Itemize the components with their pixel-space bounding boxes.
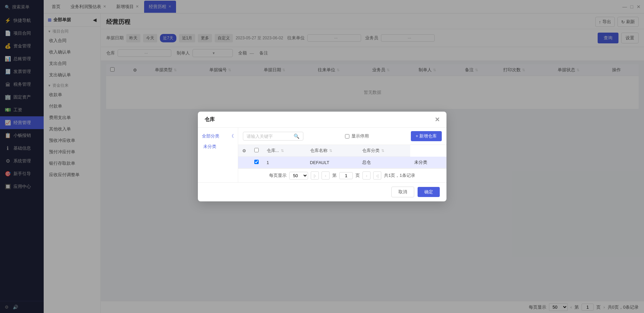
dialog-select-all[interactable] — [254, 148, 259, 152]
dialog-page-input[interactable] — [339, 172, 353, 179]
dialog-toolbar: 🔍 显示停用 + 新增仓库 — [238, 128, 446, 145]
dialog-left-header[interactable]: 全部分类 《 — [198, 131, 238, 141]
dialog-th-name[interactable]: 仓库名称 ⇅ — [306, 145, 358, 157]
dialog-table-row[interactable]: 1 DEFAULT 总仓 未分类 — [238, 157, 446, 168]
dialog-header: 仓库 ✕ — [198, 112, 446, 128]
dialog-search-wrap: 🔍 — [243, 132, 303, 141]
dialog-page-last[interactable]: ›| — [373, 171, 381, 180]
dialog-row-settings — [238, 157, 250, 168]
dialog-sort-icon: ⇅ — [329, 149, 332, 153]
dialog-th-checkbox[interactable] — [250, 145, 263, 157]
warehouse-dialog: 仓库 ✕ 全部分类 《 未分类 🔍 — [198, 112, 446, 201]
dialog-row-name: 总仓 — [358, 157, 410, 168]
dialog-footer: 取消 确定 — [198, 182, 446, 201]
dialog-th-settings[interactable]: ⚙ — [238, 145, 250, 157]
dialog-th-name-label: 仓库名称 — [310, 148, 328, 153]
dialog-cat-item-uncategorized[interactable]: 未分类 — [198, 141, 238, 152]
dialog-sort-icon: ⇅ — [381, 149, 384, 153]
dialog-row-id: 1 — [263, 157, 306, 168]
dialog-th-category[interactable]: 仓库分类 ⇅ — [358, 145, 410, 157]
dialog-title: 仓库 — [205, 116, 215, 123]
add-warehouse-button[interactable]: + 新增仓库 — [411, 131, 441, 141]
dialog-th-code-label: 仓库... — [267, 148, 279, 153]
show-disabled-wrap: 显示停用 — [345, 133, 369, 139]
dialog-search-icon: 🔍 — [294, 133, 299, 139]
dialog-left-collapse-icon[interactable]: 《 — [229, 133, 234, 139]
dialog-close-icon[interactable]: ✕ — [435, 117, 440, 123]
dialog-page-next[interactable]: › — [362, 171, 371, 180]
dialog-page-first[interactable]: |‹ — [311, 171, 319, 180]
dialog-body: 全部分类 《 未分类 🔍 显示停用 — [198, 128, 446, 182]
dialog-confirm-button[interactable]: 确定 — [418, 187, 440, 197]
dialog-search-input[interactable] — [247, 134, 294, 139]
add-warehouse-label: + 新增仓库 — [416, 133, 437, 139]
show-disabled-checkbox[interactable] — [345, 134, 349, 139]
dialog-page-prev[interactable]: ‹ — [321, 171, 330, 180]
dialog-table: ⚙ 仓库... ⇅ 仓库名称 ⇅ — [238, 145, 446, 168]
dialog-page-label: 第 — [332, 172, 337, 179]
dialog-right-panel: 🔍 显示停用 + 新增仓库 ⚙ — [238, 128, 446, 182]
dialog-sort-icon: ⇅ — [281, 149, 284, 153]
dialog-per-page-label: 每页显示 — [269, 172, 287, 179]
dialog-th-category-label: 仓库分类 — [362, 148, 380, 153]
dialog-overlay[interactable]: 仓库 ✕ 全部分类 《 未分类 🔍 — [0, 0, 644, 313]
dialog-table-wrap: ⚙ 仓库... ⇅ 仓库名称 ⇅ — [238, 145, 446, 168]
dialog-page-of: 页 — [355, 172, 360, 179]
dialog-cancel-button[interactable]: 取消 — [391, 187, 414, 197]
show-disabled-label: 显示停用 — [351, 133, 369, 139]
dialog-cat-label: 未分类 — [203, 144, 216, 149]
dialog-left-panel: 全部分类 《 未分类 — [198, 128, 238, 182]
dialog-row-checkbox[interactable] — [250, 157, 263, 168]
dialog-per-page-select[interactable]: 50 100 200 — [289, 172, 308, 180]
dialog-all-category-label: 全部分类 — [202, 133, 219, 139]
dialog-row-select[interactable] — [254, 160, 259, 164]
dialog-pagination: 每页显示 50 100 200 |‹ ‹ 第 页 › ›| 共1页，1条记录 — [238, 168, 446, 182]
dialog-row-category: 未分类 — [410, 157, 446, 168]
dialog-pagination-info: 共1页，1条记录 — [384, 172, 415, 179]
dialog-row-code: DEFAULT — [306, 157, 358, 168]
dialog-th-code[interactable]: 仓库... ⇅ — [263, 145, 306, 157]
